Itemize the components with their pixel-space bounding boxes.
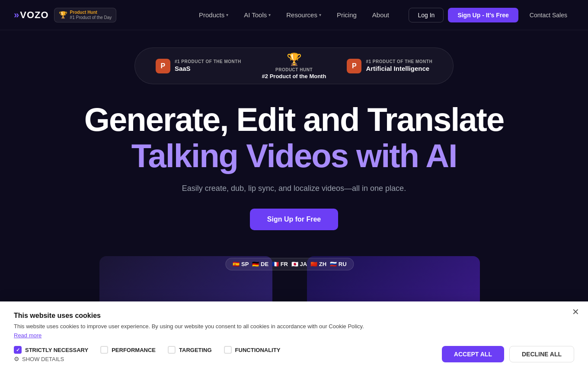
checkbox-targeting[interactable] [168, 346, 176, 354]
nav-resources[interactable]: Resources ▾ [279, 8, 328, 22]
product-hunt-badge: 🏆 Product Hunt #1 Product of the Day [54, 8, 117, 22]
lang-ru: 🇷🇺 RU [330, 261, 346, 267]
cookie-options: STRICTLY NECESSARY PERFORMANCE TARGETING… [14, 346, 280, 354]
lang-fr: 🇫🇷 FR [272, 261, 288, 267]
hero-subheading: Easily create, dub, lip sync, and locali… [182, 184, 406, 193]
cookie-option-performance[interactable]: PERFORMANCE [100, 346, 156, 354]
ph-icon-ai: P [347, 59, 361, 73]
hero-heading-line2: Talking Videos with AI [131, 137, 457, 174]
contact-button[interactable]: Contact Sales [523, 8, 574, 22]
ph-center: 🏆 PRODUCT HUNT #2 Product of the Month [252, 52, 337, 79]
logo-chevrons-icon: » [14, 10, 18, 21]
hero-heading-line1: Generate, Edit and Translate [84, 101, 504, 138]
product-hunt-banner: P #1 PRODUCT OF THE MONTH SaaS 🏆 PRODUCT… [134, 48, 454, 84]
ph-item-ai: P #1 PRODUCT OF THE MONTH Artificial Int… [336, 59, 443, 73]
cookie-banner: ✕ This website uses cookies This website… [0, 301, 588, 371]
ph-item-saas-text: #1 PRODUCT OF THE MONTH SaaS [175, 59, 241, 73]
nav-about[interactable]: About [365, 8, 396, 22]
checkbox-functionality[interactable] [224, 346, 232, 354]
cookie-buttons: ACCEPT ALL DECLINE ALL [442, 346, 574, 362]
nav-links: Products ▾ AI Tools ▾ Resources ▾ Pricin… [192, 8, 396, 22]
navbar: » VOZO 🏆 Product Hunt #1 Product of the … [0, 0, 588, 30]
decline-all-button[interactable]: DECLINE ALL [509, 346, 574, 362]
logo[interactable]: » VOZO [14, 10, 49, 21]
chevron-down-icon: ▾ [268, 13, 271, 17]
lang-ja: 🇯🇵 JA [291, 261, 307, 267]
ph-item-ai-text: #1 PRODUCT OF THE MONTH Artificial Intel… [366, 59, 432, 73]
lang-sp: 🇪🇸 SP [233, 261, 249, 267]
trophy-center-icon: 🏆 [287, 52, 302, 67]
cookie-option-functionality[interactable]: FUNCTIONALITY [224, 346, 281, 354]
chevron-down-icon: ▾ [319, 13, 321, 17]
ph-icon-saas: P [156, 59, 170, 73]
checkbox-performance[interactable] [100, 346, 108, 354]
cookie-body: This website uses cookies to improve use… [14, 323, 403, 330]
nav-pricing[interactable]: Pricing [330, 8, 364, 22]
nav-products[interactable]: Products ▾ [192, 8, 235, 22]
cookie-option-targeting[interactable]: TARGETING [168, 346, 212, 354]
lang-de: 🇩🇪 DE [252, 261, 268, 267]
trophy-icon: 🏆 [59, 11, 67, 19]
chevron-down-icon: ▾ [226, 13, 228, 17]
show-details[interactable]: ⚙ SHOW DETAILS [14, 355, 280, 362]
hero-section: P #1 PRODUCT OF THE MONTH SaaS 🏆 PRODUCT… [0, 30, 588, 330]
logo-text: VOZO [20, 10, 48, 21]
badge-text: Product Hunt #1 Product of the Day [70, 10, 112, 20]
cookie-option-necessary[interactable]: STRICTLY NECESSARY [14, 346, 88, 354]
language-bar: 🇪🇸 SP 🇩🇪 DE 🇫🇷 FR 🇯🇵 JA 🇨🇳 ZH 🇷🇺 RU [225, 258, 354, 270]
lang-zh: 🇨🇳 ZH [310, 261, 326, 267]
cookie-read-more[interactable]: Read more [14, 332, 42, 339]
login-button[interactable]: Log In [409, 8, 444, 22]
signup-button[interactable]: Sign Up - It's Free [448, 8, 518, 22]
cookie-lower: STRICTLY NECESSARY PERFORMANCE TARGETING… [14, 339, 574, 362]
hero-cta-button[interactable]: Sign Up for Free [250, 209, 338, 230]
nav-ai-tools[interactable]: AI Tools ▾ [237, 8, 278, 22]
badge-title: Product Hunt [70, 10, 112, 15]
navbar-left: » VOZO 🏆 Product Hunt #1 Product of the … [14, 8, 116, 22]
cookie-close-button[interactable]: ✕ [572, 307, 579, 317]
ph-item-saas: P #1 PRODUCT OF THE MONTH SaaS [145, 59, 252, 73]
accept-all-button[interactable]: ACCEPT ALL [442, 346, 504, 362]
logo-icon: » VOZO [14, 10, 49, 21]
badge-sub: #1 Product of the Day [70, 15, 112, 20]
navbar-right: Log In Sign Up - It's Free Contact Sales [409, 8, 574, 22]
checkbox-necessary[interactable] [14, 346, 22, 354]
gear-icon: ⚙ [14, 355, 19, 362]
hero-heading: Generate, Edit and Translate Talking Vid… [84, 101, 504, 174]
cookie-title: This website uses cookies [14, 312, 574, 320]
